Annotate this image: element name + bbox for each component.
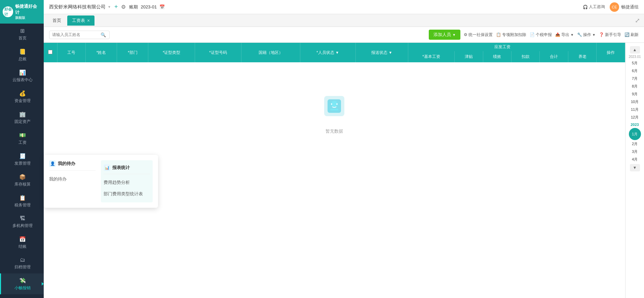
timeline-panel: ▲ 2023.01 5月 6月 7月 8月 9月 10月 11月 12月 202…: [625, 43, 644, 298]
tab-close-icon[interactable]: ×: [87, 18, 90, 23]
sidebar-item-close[interactable]: 📅 结账: [0, 232, 44, 253]
timeline-month-11[interactable]: 11月: [628, 106, 642, 113]
filter-icon2[interactable]: ▼: [388, 51, 392, 55]
company-selector[interactable]: 西安虾米网络科技有限公司 ▼: [49, 4, 111, 10]
svg-rect-3: [330, 109, 338, 110]
sidebar-item-invoice[interactable]: 🧾 发票管理: [0, 149, 44, 170]
timeline-month-10[interactable]: 10月: [628, 98, 642, 106]
salary-icon: 💵: [19, 132, 26, 138]
settings-icon[interactable]: ⚙: [121, 4, 126, 10]
app-logo: 好会计 畅捷通好会计 旗舰版: [0, 0, 44, 24]
add-person-button[interactable]: 添加人员 ▼: [429, 30, 460, 40]
operation-button[interactable]: 🔧 操作 ▼: [577, 32, 596, 38]
th-dept: *部门: [117, 43, 148, 62]
newguide-icon: ❓: [599, 32, 604, 37]
home-icon: ⊞: [20, 28, 25, 34]
empty-state: 暂无数据: [44, 62, 625, 161]
timeline-month-9[interactable]: 9月: [628, 90, 642, 98]
th-allowance: 津贴: [455, 51, 483, 62]
timeline-month-2[interactable]: 2月: [628, 140, 642, 148]
sidebar-label-close: 结账: [18, 244, 27, 250]
timeline-month-5[interactable]: 5月: [628, 59, 642, 67]
sidebar-item-ledger[interactable]: 📒 总账: [0, 44, 44, 65]
dropdown-right-col: 📊 报表统计 费用趋势分析 部门费用类型统计表: [101, 160, 153, 202]
multi-icon: 🏗: [20, 216, 25, 222]
sidebar-label-tax: 税务管理: [14, 202, 31, 208]
filter-icon[interactable]: ▼: [335, 51, 339, 55]
dropdown-item-dept-cost[interactable]: 部门费用类型统计表: [104, 188, 150, 200]
sidebar-label-invoice: 发票管理: [14, 161, 31, 166]
newguide-button[interactable]: ❓ 新手引导: [599, 32, 621, 38]
xiaochang-icon: 💸: [19, 277, 26, 284]
timeline-down-button[interactable]: ▼: [630, 164, 640, 171]
sidebar-item-tax[interactable]: 📋 税务管理: [0, 191, 44, 211]
timeline-month-8[interactable]: 8月: [628, 82, 642, 90]
th-checkbox[interactable]: [44, 43, 57, 62]
empty-text: 暂无数据: [326, 128, 343, 134]
timeline-month-6[interactable]: 6月: [628, 67, 642, 75]
timeline-month-12[interactable]: 12月: [628, 113, 642, 121]
salary-table: 工号 *姓名 *部门 *证型类型 *证型号码 国籍（地区） *人员状态 ▼ 报送…: [44, 43, 625, 161]
th-cert-no: *证型号码: [195, 43, 241, 62]
app-name: 畅捷通好会计: [15, 3, 41, 15]
avatar: CE: [610, 2, 619, 12]
social-security-button[interactable]: ⚙ 统一社保设置: [464, 32, 493, 38]
sidebar-label-multi: 多机构管理: [12, 223, 33, 229]
sidebar-item-reports[interactable]: 📊 云报表中心: [0, 65, 44, 86]
sidebar-item-inventory[interactable]: 📦 库存核算: [0, 170, 44, 191]
th-person-status: *人员状态 ▼: [300, 43, 355, 62]
sidebar-item-funds[interactable]: 💰 资金管理: [0, 86, 44, 107]
select-all-checkbox[interactable]: [48, 50, 52, 54]
maximize-icon[interactable]: ⤢: [635, 17, 640, 24]
operation-arrow: ▼: [592, 33, 596, 37]
th-pension: 养老: [568, 51, 596, 62]
user-menu[interactable]: CE 畅捷通组: [610, 2, 639, 12]
sidebar-item-assets[interactable]: 🏢 固定资产: [0, 107, 44, 128]
tax-report-button[interactable]: 📄 个税申报: [530, 32, 552, 38]
tax-icon2: 📄: [530, 32, 535, 37]
support-button[interactable]: 🎧 人工咨询: [583, 4, 605, 10]
tab-salary[interactable]: 工资表 ×: [67, 15, 94, 26]
th-cert-type: *证型类型: [148, 43, 195, 62]
search-input[interactable]: [52, 32, 99, 37]
search-icon[interactable]: 🔍: [101, 32, 106, 37]
sidebar-item-home[interactable]: ⊞ 首页: [0, 24, 44, 44]
th-bonus: 绩效: [483, 51, 511, 62]
dropdown-item-mytodo[interactable]: 我的待办: [49, 173, 96, 185]
dropdown-left-col: 👤 我的待办 我的待办: [49, 160, 96, 202]
empty-illustration: [317, 89, 351, 123]
timeline-month-3[interactable]: 3月: [628, 148, 642, 156]
invoice-icon: 🧾: [19, 153, 26, 159]
timeline-month-1[interactable]: 1月: [629, 128, 641, 140]
reports-icon: 📊: [19, 69, 26, 76]
sidebar-item-basic[interactable]: ⚙ 基础设置: [0, 294, 44, 298]
timeline-up-button[interactable]: ▲: [630, 46, 640, 54]
th-name: *姓名: [85, 43, 117, 62]
sidebar-label-salary: 工资: [18, 140, 27, 145]
export-arrow: ▼: [570, 33, 574, 37]
funds-icon: 💰: [19, 90, 26, 97]
th-base-salary: *基本工资: [408, 51, 454, 62]
sidebar-item-archive[interactable]: 🗂 归档管理: [0, 253, 44, 273]
sidebar-item-salary[interactable]: 💵 工资: [0, 128, 44, 149]
th-report-status: 报送状态 ▼: [355, 43, 408, 62]
dropdown-item-cost-trend[interactable]: 费用趋势分析: [104, 177, 150, 188]
timeline-month-7[interactable]: 7月: [628, 75, 642, 82]
dropdown-arrow-icon: ▼: [452, 33, 456, 37]
chevron-down-icon: ▼: [108, 5, 111, 9]
sidebar-item-xiaochang[interactable]: 💸 小畅报销: [0, 273, 44, 294]
calendar-icon[interactable]: 📅: [159, 4, 165, 9]
timeline-month-4[interactable]: 4月: [628, 156, 642, 163]
th-country: 国籍（地区）: [241, 43, 300, 62]
sidebar-label-assets: 固定资产: [14, 119, 31, 125]
deduction-button[interactable]: 📋 专项附加扣除: [496, 32, 526, 38]
sidebar-label-ledger: 总账: [18, 56, 27, 62]
close-accounts-icon: 📅: [19, 236, 26, 242]
tab-home[interactable]: 首页: [48, 15, 66, 26]
sidebar-item-multi[interactable]: 🏗 多机构管理: [0, 211, 44, 232]
export-button[interactable]: 📤 导出 ▼: [555, 32, 574, 38]
add-company-button[interactable]: +: [114, 3, 118, 10]
ledger-icon: 📒: [19, 48, 26, 55]
refresh-button[interactable]: 🔄 刷新: [624, 32, 639, 38]
main-area: 西安虾米网络科技有限公司 ▼ + ⚙ 账期 2023-01 📅 🎧 人工咨询 C…: [44, 0, 644, 298]
